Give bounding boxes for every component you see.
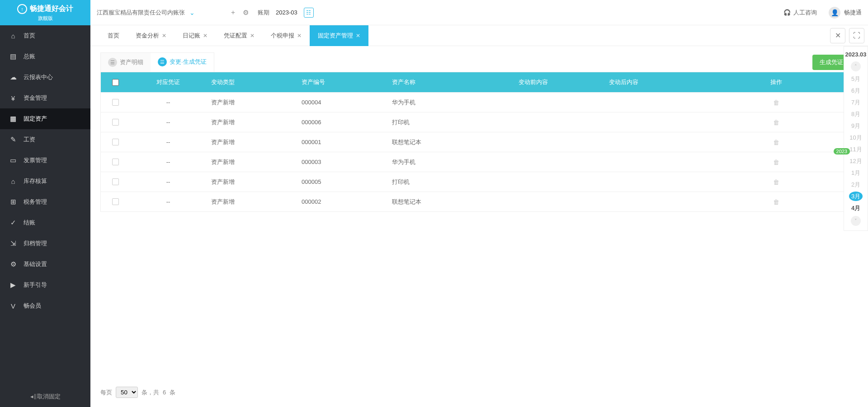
settings-icon: ⚙ bbox=[9, 260, 17, 268]
sidebar-item-invoice[interactable]: ▭发票管理 bbox=[0, 150, 90, 171]
close-tab-button[interactable]: ✕ bbox=[830, 28, 845, 43]
rail-up-icon[interactable]: ˄ bbox=[851, 61, 861, 71]
page-size-select[interactable]: 50 bbox=[116, 387, 138, 398]
trash-icon[interactable]: 🗑 bbox=[773, 119, 779, 126]
gear-icon[interactable]: ⚙ bbox=[243, 9, 249, 17]
sidebar-item-archive[interactable]: ⇲归档管理 bbox=[0, 233, 90, 254]
user-menu[interactable]: 👤 畅捷通 bbox=[829, 7, 862, 19]
tab-首页[interactable]: 首页 bbox=[99, 25, 127, 46]
close-icon[interactable]: ✕ bbox=[203, 33, 208, 39]
rail-month[interactable]: 10月 bbox=[844, 132, 868, 144]
calendar-icon[interactable]: ☷ bbox=[304, 8, 314, 18]
col-post: 变动后内容 bbox=[604, 78, 695, 86]
col-code: 资产编号 bbox=[297, 78, 387, 86]
tab-日记账[interactable]: 日记账✕ bbox=[175, 25, 216, 46]
cell-type: 资产新增 bbox=[207, 138, 297, 146]
select-all-checkbox[interactable] bbox=[112, 79, 119, 86]
rail-month[interactable]: 1月 bbox=[844, 167, 868, 179]
trash-icon[interactable]: 🗑 bbox=[773, 99, 779, 106]
sidebar-item-salary[interactable]: ✎工资 bbox=[0, 129, 90, 150]
subtab-变更·生成凭证[interactable]: ☰变更·生成凭证 bbox=[151, 53, 214, 72]
row-checkbox[interactable] bbox=[112, 198, 119, 205]
rail-month[interactable]: 6月 bbox=[844, 85, 868, 97]
sidebar-item-guide[interactable]: ▶新手引导 bbox=[0, 275, 90, 295]
consult-label: 人工咨询 bbox=[793, 9, 817, 17]
col-pre: 变动前内容 bbox=[514, 78, 604, 86]
cell-assetname: 联想笔记本 bbox=[387, 198, 514, 206]
rail-month-label: 1月 bbox=[851, 169, 860, 176]
sidebar-item-asset[interactable]: ▦固定资产 bbox=[0, 108, 90, 129]
sidebar-item-label: 新手引导 bbox=[24, 281, 47, 289]
cell-type: 资产新增 bbox=[207, 98, 297, 107]
subtab-bar: ☰资产明细☰变更·生成凭证 bbox=[100, 52, 214, 72]
trash-icon[interactable]: 🗑 bbox=[773, 139, 779, 146]
tab-label: 个税申报 bbox=[271, 32, 294, 40]
rail-month[interactable]: 8月 bbox=[844, 108, 868, 120]
cell-code: 000003 bbox=[297, 159, 387, 165]
sidebar-item-settings[interactable]: ⚙基础设置 bbox=[0, 254, 90, 275]
sidebar-item-label: 税务管理 bbox=[24, 198, 47, 206]
sidebar-item-tax[interactable]: ⊞税务管理 bbox=[0, 192, 90, 212]
fullscreen-button[interactable]: ⛶ bbox=[849, 28, 864, 43]
cell-type: 资产新增 bbox=[207, 158, 297, 166]
sidebar-item-ledger[interactable]: ▤总账 bbox=[0, 46, 90, 67]
sidebar-item-vip[interactable]: V畅会员 bbox=[0, 295, 90, 316]
col-op: 操作 bbox=[695, 78, 858, 86]
row-checkbox[interactable] bbox=[112, 119, 119, 126]
row-checkbox[interactable] bbox=[112, 159, 119, 165]
close-icon[interactable]: ✕ bbox=[297, 33, 302, 39]
sidebar-item-fund[interactable]: ¥资金管理 bbox=[0, 88, 90, 108]
close-icon[interactable]: ✕ bbox=[356, 33, 360, 39]
subtab-资产明细[interactable]: ☰资产明细 bbox=[101, 53, 151, 72]
rail-month-label: 6月 bbox=[851, 87, 860, 94]
sidebar-item-close-acct[interactable]: ✓结账 bbox=[0, 212, 90, 233]
tab-个税申报[interactable]: 个税申报✕ bbox=[263, 25, 310, 46]
tab-固定资产管理[interactable]: 固定资产管理✕ bbox=[310, 25, 368, 46]
col-assetname: 资产名称 bbox=[387, 78, 514, 86]
close-icon[interactable]: ✕ bbox=[250, 33, 255, 39]
rail-month[interactable]: 7月 bbox=[844, 97, 868, 108]
row-checkbox[interactable] bbox=[112, 139, 119, 145]
fund-icon: ¥ bbox=[9, 94, 17, 102]
list-icon: ☰ bbox=[108, 58, 117, 67]
add-icon[interactable]: ＋ bbox=[230, 8, 236, 17]
rail-month[interactable]: 3月 bbox=[844, 191, 868, 202]
trash-icon[interactable]: 🗑 bbox=[773, 159, 779, 166]
cell-code: 000005 bbox=[297, 178, 387, 185]
cell-voucher: -- bbox=[130, 198, 207, 205]
rail-month-label: 4月 bbox=[851, 205, 860, 211]
row-checkbox[interactable] bbox=[112, 99, 119, 106]
tab-资金分析[interactable]: 资金分析✕ bbox=[127, 25, 175, 46]
consult-link[interactable]: 🎧 人工咨询 bbox=[783, 9, 817, 17]
close-icon[interactable]: ✕ bbox=[162, 33, 166, 39]
trash-icon[interactable]: 🗑 bbox=[773, 178, 779, 186]
rail-month-label: 2月 bbox=[851, 181, 860, 188]
sidebar-item-label: 固定资产 bbox=[24, 115, 47, 123]
sidebar-unpin[interactable]: ◂‖取消固定 bbox=[0, 386, 90, 407]
archive-icon: ⇲ bbox=[9, 239, 17, 248]
company-selector[interactable]: 江西服宝精品有限责任公司内账张 ⌄ bbox=[97, 9, 223, 17]
sidebar-item-home[interactable]: ⌂首页 bbox=[0, 25, 90, 46]
generate-voucher-label: 生成凭证 bbox=[820, 58, 843, 66]
rail-down-icon[interactable]: ˅ bbox=[851, 216, 861, 226]
rail-month[interactable]: 2月 bbox=[844, 179, 868, 191]
rail-month[interactable]: 5月 bbox=[844, 73, 868, 85]
col-voucher: 对应凭证 bbox=[130, 78, 207, 86]
row-checkbox[interactable] bbox=[112, 178, 119, 185]
rail-month[interactable]: 12月 bbox=[844, 155, 868, 167]
sidebar-item-label: 工资 bbox=[24, 136, 35, 144]
rail-month-label: 5月 bbox=[851, 75, 860, 82]
table-row: --资产新增000006打印机🗑 bbox=[101, 112, 858, 132]
rail-month[interactable]: 9月 bbox=[844, 120, 868, 132]
sidebar-item-cloud-report[interactable]: ☁云报表中心 bbox=[0, 67, 90, 88]
sidebar-item-inventory[interactable]: ⌂库存核算 bbox=[0, 171, 90, 192]
rail-month-label: 11月 bbox=[849, 146, 862, 153]
user-name: 畅捷通 bbox=[844, 9, 862, 17]
subtab-label: 变更·生成凭证 bbox=[170, 58, 207, 66]
rail-month[interactable]: 4月 bbox=[844, 202, 868, 214]
period-value: 2023-03 bbox=[276, 9, 297, 16]
cell-assetname: 打印机 bbox=[387, 118, 514, 126]
home-icon: ⌂ bbox=[9, 32, 17, 40]
tab-凭证配置[interactable]: 凭证配置✕ bbox=[216, 25, 263, 46]
trash-icon[interactable]: 🗑 bbox=[773, 198, 779, 206]
